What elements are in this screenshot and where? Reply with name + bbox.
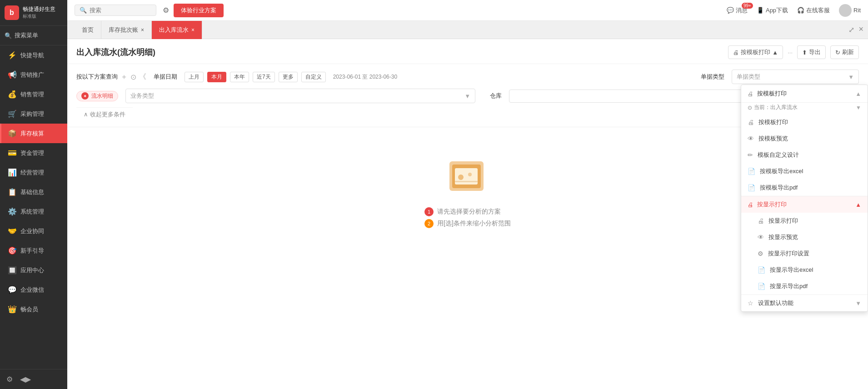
- app-download-btn[interactable]: 📱 App下载: [757, 6, 788, 15]
- dropdown-template-print[interactable]: 🖨 按模板打印: [741, 114, 868, 130]
- messages-btn[interactable]: 💬 消息 99+: [727, 6, 748, 15]
- sidebar-item-label: 企业微信: [20, 286, 44, 294]
- print-dropdown-panel: 🖨 按模板打印 ▲ ⊙ 当前：出入库流水 ▼ 🖨 按模板打印 👁 按模板预览: [741, 85, 868, 312]
- topbar-gear-icon[interactable]: ⚙: [163, 6, 169, 15]
- tab-batch-account-close-icon[interactable]: ×: [141, 27, 144, 33]
- sidebar-item-marketing[interactable]: 📢 营销推广: [0, 65, 67, 85]
- chevron-up-icon-2: ∧: [84, 111, 88, 118]
- filter-add-icon[interactable]: ＋: [120, 72, 128, 82]
- template-print-btn[interactable]: 🖨 按模板打印 ▲: [728, 45, 783, 59]
- dropdown-pdf-icon: 📄: [748, 184, 755, 191]
- svg-point-4: [468, 173, 472, 176]
- dropdown-excel-icon: 📄: [748, 168, 755, 175]
- dropdown-display-print-section[interactable]: 🖨 按显示打印 ▲: [741, 196, 868, 213]
- filter-setting-icon[interactable]: ⊙: [130, 73, 136, 81]
- sidebar-item-member[interactable]: 👑 畅会员: [0, 299, 67, 319]
- print-icon: 🖨: [733, 49, 739, 56]
- chevron-up-icon: ▲: [772, 49, 778, 56]
- sidebar-item-business[interactable]: 📊 经营管理: [0, 163, 67, 182]
- sidebar-item-inventory[interactable]: 📦 库存核算: [0, 124, 67, 143]
- tab-home[interactable]: 首页: [75, 21, 101, 39]
- dropdown-display-preview[interactable]: 👁 按显示预览: [741, 229, 868, 245]
- more-icon[interactable]: ···: [788, 49, 793, 56]
- sidebar-item-label: 新手引导: [20, 247, 44, 255]
- step-num-1: 1: [424, 207, 434, 216]
- sidebar-item-label: 企业协同: [20, 227, 44, 235]
- sidebar-item-purchase[interactable]: 🛒 采购管理: [0, 104, 67, 124]
- user-avatar[interactable]: Rit: [839, 4, 861, 17]
- topbar: 🔍 ⚙ 体验行业方案 💬 消息 99+ 📱 App下载 🎧 在线客服 Rit: [67, 0, 868, 21]
- brand-info: 畅捷通好生意 标准版: [23, 6, 55, 20]
- sidebar-item-collab[interactable]: 🤝 企业协同: [0, 221, 67, 241]
- search-menu-btn[interactable]: 🔍 搜索菜单: [5, 30, 63, 41]
- date-btn-more[interactable]: 更多: [279, 72, 298, 82]
- sidebar-item-apps[interactable]: 🔲 应用中心: [0, 260, 67, 280]
- sidebar-item-quick-nav[interactable]: ⚡ 快捷导航: [0, 45, 67, 65]
- business-type-placeholder: 业务类型: [130, 92, 154, 100]
- sidebar-item-basic[interactable]: 📋 基础信息: [0, 182, 67, 202]
- dropdown-display-print-settings[interactable]: ⚙ 按显示打印设置: [741, 245, 868, 262]
- svg-point-3: [458, 175, 464, 180]
- page-inner: 出入库流水(流水明细) 🖨 按模板打印 ▲ ··· ⬆ 导出 ↻ 刷新: [67, 39, 868, 389]
- refresh-icon: ↻: [835, 49, 840, 56]
- dropdown-template-export-pdf[interactable]: 📄 按模板导出pdf: [741, 180, 868, 196]
- wechat-icon: 💬: [8, 285, 17, 294]
- sidebar-item-system[interactable]: ⚙️ 系统管理: [0, 202, 67, 221]
- dropdown-set-default[interactable]: ☆ 设置默认功能 ▼: [741, 295, 868, 311]
- tab-batch-account[interactable]: 库存批次账 ×: [101, 21, 152, 39]
- industry-solution-btn[interactable]: 体验行业方案: [174, 4, 224, 17]
- empty-step-1: 1 请先选择要分析的方案: [424, 207, 511, 216]
- tab-expand-icon[interactable]: ⤢: [848, 25, 854, 34]
- date-btn-7days[interactable]: 近7天: [253, 72, 275, 82]
- tab-flow-close-icon[interactable]: ×: [191, 27, 195, 33]
- date-btn-last-month[interactable]: 上月: [185, 72, 204, 82]
- dropdown-display-export-excel[interactable]: 📄 按显示导出excel: [741, 262, 868, 278]
- tab-close-all-btn[interactable]: ×: [858, 25, 863, 34]
- sidebar-search-area: 🔍 搜索菜单: [0, 26, 67, 45]
- flow-detail-tag[interactable]: ✦ 流水明细: [76, 91, 118, 101]
- dropdown-collapse-icon[interactable]: ▲: [855, 90, 861, 97]
- dropdown-display-section-label: 按显示打印: [757, 200, 787, 209]
- refresh-btn[interactable]: ↻ 刷新: [830, 45, 859, 59]
- collapse-sidebar-icon[interactable]: ◀▶: [20, 375, 31, 384]
- export-btn[interactable]: ⬆ 导出: [797, 45, 826, 59]
- online-service-label: 在线客服: [806, 6, 830, 15]
- collapse-filter-btn[interactable]: ∧ 收起更多条件: [76, 107, 133, 121]
- sidebar-item-guide[interactable]: 🎯 新手引导: [0, 241, 67, 260]
- date-btn-custom[interactable]: 自定义: [301, 72, 326, 82]
- step-num-2: 2: [424, 219, 434, 228]
- dropdown-display-export-pdf[interactable]: 📄 按显示导出pdf: [741, 278, 868, 294]
- sidebar-item-label: 基础信息: [20, 188, 44, 196]
- settings-bottom-icon[interactable]: ⚙: [6, 375, 13, 384]
- type-filter-label: 单据类型: [701, 73, 724, 81]
- tab-flow[interactable]: 出入库流水 ×: [152, 21, 202, 39]
- sidebar-item-wechat[interactable]: 💬 企业微信: [0, 280, 67, 299]
- dropdown-template-print-label: 按模板打印: [758, 118, 788, 126]
- quick-nav-icon: ⚡: [8, 51, 17, 60]
- topbar-search-input[interactable]: [90, 7, 151, 14]
- dropdown-display-print-label: 按显示打印: [768, 217, 798, 225]
- sidebar-item-finance[interactable]: 💳 资金管理: [0, 143, 67, 163]
- filter-section-label: 按以下方案查询: [76, 73, 118, 81]
- dropdown-template-preview[interactable]: 👁 按模板预览: [741, 130, 868, 147]
- date-btn-current-month[interactable]: 本月: [207, 72, 226, 82]
- topbar-search[interactable]: 🔍: [75, 5, 156, 16]
- empty-step-2: 2 用[选]条件来缩小分析范围: [424, 219, 511, 228]
- online-service-btn[interactable]: 🎧 在线客服: [797, 6, 830, 15]
- type-dropdown[interactable]: 单据类型 ▼: [732, 70, 859, 84]
- sidebar-item-sales[interactable]: 💰 销售管理: [0, 85, 67, 104]
- step-1-text: 请先选择要分析的方案: [437, 208, 501, 216]
- dropdown-display-preview-icon: 👁: [758, 234, 764, 241]
- online-service-icon: 🎧: [797, 7, 804, 14]
- dropdown-display-print[interactable]: 🖨 按显示打印: [741, 213, 868, 229]
- tag-close-icon[interactable]: ✦: [81, 92, 89, 100]
- sidebar-item-label: 系统管理: [20, 208, 44, 216]
- tab-batch-account-label: 库存批次账: [109, 26, 138, 34]
- finance-icon: 💳: [8, 149, 17, 157]
- filter-row-1: 按以下方案查询 ＋ ⊙ 《 单据日期 上月 本月 本年 近7天 更多 自定义: [76, 70, 859, 84]
- dropdown-template-custom[interactable]: ✏ 模板自定义设计: [741, 147, 868, 163]
- business-type-dropdown[interactable]: 业务类型 ▼: [125, 89, 475, 103]
- dropdown-template-export-excel[interactable]: 📄 按模板导出excel: [741, 163, 868, 180]
- date-btn-current-year[interactable]: 本年: [230, 72, 249, 82]
- filter-collapse-icon[interactable]: 《: [139, 72, 146, 82]
